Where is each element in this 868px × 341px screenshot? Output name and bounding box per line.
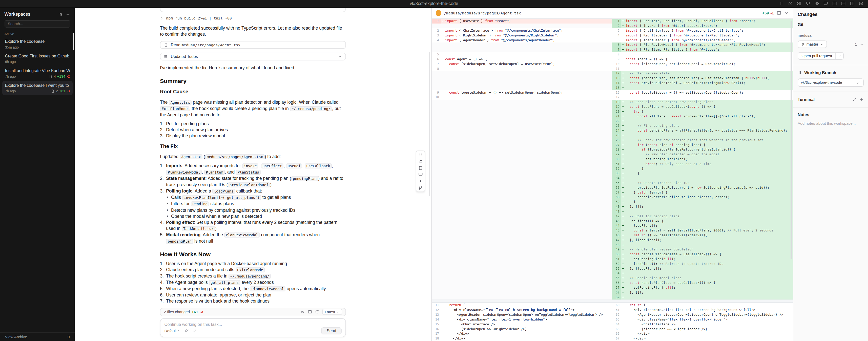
inline-code: PlanItem bbox=[204, 170, 225, 175]
additions-count: +61 bbox=[192, 310, 198, 314]
diff-old-cell bbox=[432, 214, 612, 219]
diff-old-cell: 7 const [sidebarOpen, setSidebarOpen] = … bbox=[432, 62, 612, 66]
workspace-item[interactable]: Explore the codebase I want you to ex...… bbox=[2, 81, 73, 95]
grid-icon[interactable] bbox=[797, 1, 802, 6]
inline-code: ExitPlanMode bbox=[236, 268, 265, 273]
mode-dropdown[interactable]: Default bbox=[164, 329, 181, 333]
open-pr-button[interactable]: Open pull request bbox=[798, 52, 844, 60]
copy-icon[interactable] bbox=[418, 159, 423, 164]
branch-name: master bbox=[807, 42, 818, 46]
section-heading: Root Cause bbox=[160, 89, 346, 95]
workspace-item[interactable]: Create Good First Issues on Github So...… bbox=[2, 52, 73, 66]
doc-icon bbox=[164, 43, 168, 47]
diff-stats: +59 -1 bbox=[762, 11, 774, 16]
expand-terminal-icon[interactable] bbox=[852, 97, 857, 101]
message-input[interactable]: Continue working on this task... bbox=[164, 322, 342, 327]
changes-status-bar[interactable]: 2 files changed +61 -3 Latest bbox=[160, 308, 346, 316]
refresh-icon[interactable] bbox=[315, 310, 319, 314]
notes-placeholder[interactable]: Add notes about this workspace... bbox=[798, 121, 864, 126]
diff-old-cell bbox=[432, 199, 612, 205]
hunk-separator[interactable] bbox=[432, 300, 793, 303]
workspace-search-input[interactable] bbox=[8, 22, 67, 26]
external-link-icon[interactable] bbox=[788, 1, 793, 6]
diff-old-cell bbox=[432, 24, 612, 28]
view-archive-link[interactable]: View Archive bbox=[5, 335, 27, 339]
send-button[interactable]: Send bbox=[321, 327, 342, 334]
diff-new-cell: 27+ for (const plan of pendingPlans) { bbox=[612, 143, 793, 148]
grip-icon[interactable] bbox=[418, 152, 423, 157]
inline-code: useRef bbox=[286, 163, 302, 168]
inline-code: ExitPlanMode bbox=[160, 106, 189, 111]
panel-left-icon[interactable] bbox=[832, 1, 837, 6]
layout-settings-icon[interactable] bbox=[59, 12, 63, 17]
tool-call-box[interactable]: Updated Todos bbox=[160, 53, 346, 60]
new-workspace-icon[interactable] bbox=[66, 12, 70, 17]
inline-code: pendingPlan bbox=[166, 239, 193, 244]
diff-old-cell: 14 <div className="flex flex-1 overflow-… bbox=[432, 317, 612, 322]
message-input-box[interactable]: Continue working on this task... Default… bbox=[160, 318, 346, 337]
eye-icon[interactable] bbox=[300, 310, 305, 314]
working-branch-label: Working Branch bbox=[804, 70, 836, 75]
diff-row: 27+ for (const plan of pendingPlans) { bbox=[432, 143, 793, 148]
diff-old-cell bbox=[432, 223, 612, 228]
sidebar-scrollbar[interactable] bbox=[73, 33, 74, 50]
workspace-item[interactable]: Install and integrate Vibe Kanban Web...… bbox=[2, 66, 73, 81]
edit-branch-icon[interactable] bbox=[856, 81, 860, 85]
diff-old-cell: 6const Agent = () => { bbox=[432, 57, 612, 62]
diff-new-cell: 62 <AgentHeader sidebarOpen={sidebarOpen… bbox=[612, 312, 793, 317]
terminal-command[interactable]: npm run build 2>&1 | tail -80 bbox=[160, 16, 346, 21]
terminal-section[interactable]: Terminal bbox=[798, 97, 864, 102]
inline-code: loadPlans bbox=[212, 189, 235, 194]
split-view-icon[interactable] bbox=[777, 11, 781, 16]
branch-selector[interactable]: master bbox=[798, 40, 827, 48]
workspace-item[interactable]: Explore the codebase35m ago bbox=[2, 37, 73, 51]
branch-menu-icon[interactable] bbox=[859, 42, 864, 46]
section-heading: How It Works Now bbox=[160, 251, 346, 258]
diff-row: 7 const [sidebarOpen, setSidebarOpen] = … bbox=[432, 62, 793, 66]
notes-section[interactable]: Notes bbox=[798, 112, 864, 117]
layers-icon[interactable] bbox=[859, 1, 864, 6]
diff-new-cell: 10 const [sidebarOpen, setSidebarOpen] =… bbox=[612, 62, 793, 66]
pause-icon[interactable] bbox=[779, 1, 784, 6]
diff-file-path: /medusa/medusa/src/pages/Agent.tsx bbox=[444, 11, 521, 16]
diff-old-cell bbox=[432, 171, 612, 176]
diff-old-cell bbox=[432, 267, 612, 271]
panel-bottom-icon[interactable] bbox=[841, 1, 846, 6]
new-terminal-icon[interactable] bbox=[859, 97, 863, 101]
diff-new-cell: 24+ const pendingPlans = allPlans.filter… bbox=[612, 128, 793, 133]
diff-scrollbar[interactable] bbox=[790, 21, 792, 259]
list-item: 1.User is on the Agent page with a Docke… bbox=[160, 260, 346, 267]
file-status-icon bbox=[436, 10, 441, 16]
monitor-icon[interactable] bbox=[418, 172, 423, 177]
diff-row: 15+ bbox=[432, 86, 793, 90]
diff-row: 43+ useEffect(() => { bbox=[432, 219, 793, 224]
working-branch-field[interactable]: vk/3ccf-explore-the-code bbox=[798, 79, 864, 87]
collapse-diff-icon[interactable] bbox=[784, 11, 789, 16]
branch-icon[interactable] bbox=[418, 185, 423, 190]
diff-row: 4import { AgentHeader } from "@/componen… bbox=[432, 38, 793, 43]
eye-icon[interactable] bbox=[814, 1, 819, 6]
diff-new-cell: 64 <ChatInterface /> bbox=[612, 322, 793, 327]
diff-old-cell bbox=[432, 295, 612, 300]
diff-new-cell: 22+ bbox=[612, 119, 793, 123]
diff-row: 34+ bbox=[432, 176, 793, 181]
play-icon[interactable] bbox=[418, 179, 423, 184]
open-pr-label: Open pull request bbox=[798, 54, 835, 58]
attach-icon[interactable] bbox=[184, 329, 189, 333]
diff-new-cell: 43+ useEffect(() => { bbox=[612, 219, 793, 224]
panel-right-icon[interactable] bbox=[850, 1, 855, 6]
workspace-item-time: 7h ago bbox=[5, 74, 16, 79]
monitor-icon[interactable] bbox=[823, 1, 828, 6]
diff-new-cell: 40+ }, []); bbox=[612, 205, 793, 209]
collapsed-tool-box[interactable] bbox=[160, 8, 346, 12]
tool-call-box[interactable]: Read medusa/src/pages/Agent.tsx bbox=[160, 41, 346, 49]
chat-scrollbar[interactable] bbox=[429, 52, 430, 196]
inline-code: invoke bbox=[242, 163, 258, 168]
edit-icon[interactable] bbox=[192, 329, 197, 333]
latest-dropdown[interactable]: Latest bbox=[322, 309, 342, 315]
split-icon[interactable] bbox=[308, 310, 312, 314]
clipboard-icon[interactable] bbox=[418, 165, 423, 170]
working-branch-name: vk/3ccf-explore-the-code bbox=[801, 81, 842, 85]
chat-bubble-icon[interactable] bbox=[805, 1, 811, 6]
workspace-search[interactable] bbox=[5, 20, 70, 27]
